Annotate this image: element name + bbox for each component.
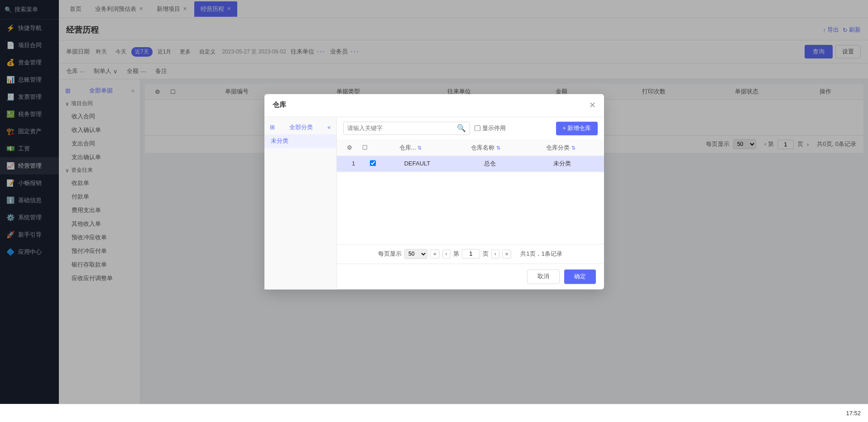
modal-page-suffix: 页: [483, 250, 489, 258]
row-check-0[interactable]: [365, 160, 381, 167]
code-sort-icon[interactable]: ⇅: [417, 145, 422, 150]
name-sort-icon[interactable]: ⇅: [496, 145, 500, 150]
show-disabled-toggle[interactable]: 显示停用: [475, 124, 506, 132]
taskbar-right: 17:52: [846, 410, 861, 417]
modal-left-item-0[interactable]: 未分类: [264, 134, 336, 148]
modal-left-header[interactable]: ⊞ 全部分类 «: [264, 121, 336, 134]
modal-first-page[interactable]: «: [430, 249, 440, 258]
modal-col-check[interactable]: ☐: [357, 144, 373, 151]
modal-col-code: 仓库... ⇅: [373, 144, 448, 152]
modal-left-panel: ⊞ 全部分类 « 未分类: [264, 117, 337, 289]
modal-per-page-select[interactable]: 50100: [404, 249, 427, 259]
modal-page-label: 第: [453, 250, 459, 258]
modal-last-page[interactable]: »: [502, 249, 512, 258]
modal-close-button[interactable]: ✕: [589, 100, 596, 110]
modal-header: 仓库 ✕: [264, 94, 604, 117]
modal-footer: 取消 确定: [337, 263, 604, 289]
modal-table-header: ⚙ ☐ 仓库... ⇅ 仓库名称 ⇅ 仓库分类 ⇅: [337, 140, 604, 156]
taskbar-time: 17:52: [846, 410, 861, 417]
modal-right-panel: 🔍 显示停用 + 新增仓库 ⚙ ☐ 仓库... ⇅: [337, 117, 604, 289]
modal-title: 仓库: [273, 101, 286, 109]
modal-col-name: 仓库名称 ⇅: [448, 144, 523, 152]
modal-col-settings[interactable]: ⚙: [342, 144, 357, 151]
cat-sort-icon[interactable]: ⇅: [571, 145, 575, 150]
modal-search-input[interactable]: [347, 125, 455, 131]
row-cat-0: 未分类: [526, 160, 599, 168]
modal-table-row-0[interactable]: 1 DEFAULT 总仓 未分类: [337, 156, 604, 172]
modal-search-wrap[interactable]: 🔍: [343, 121, 470, 135]
row-code-0: DEFAULT: [381, 160, 454, 167]
warehouse-modal: 仓库 ✕ ⊞ 全部分类 « 未分类 🔍 显示停用 +: [264, 94, 604, 289]
add-warehouse-button[interactable]: + 新增仓库: [556, 121, 597, 135]
taskbar: 17:52: [0, 404, 868, 422]
modal-all-icon: ⊞: [270, 124, 275, 131]
modal-body: ⊞ 全部分类 « 未分类 🔍 显示停用 + 新增仓库: [264, 117, 604, 289]
show-disabled-label: 显示停用: [482, 124, 506, 132]
cancel-button[interactable]: 取消: [527, 269, 560, 284]
modal-page-input[interactable]: [462, 249, 480, 258]
modal-per-page-label: 每页显示: [378, 250, 402, 258]
modal-total-info: 共1页，1条记录: [520, 250, 562, 258]
row-name-0: 总仓: [454, 160, 526, 168]
modal-next-page[interactable]: ›: [491, 249, 499, 258]
modal-pagination: 每页显示 50100 « ‹ 第 页 › » 共1页，1条记录: [337, 244, 604, 263]
confirm-button[interactable]: 确定: [564, 269, 596, 284]
modal-col-cat: 仓库分类 ⇅: [523, 144, 599, 152]
search-icon: 🔍: [457, 124, 466, 132]
show-disabled-checkbox[interactable]: [475, 125, 480, 131]
modal-all-label: 全部分类: [289, 123, 313, 131]
modal-table: ⚙ ☐ 仓库... ⇅ 仓库名称 ⇅ 仓库分类 ⇅ 1: [337, 140, 604, 244]
modal-left-collapse[interactable]: «: [327, 124, 331, 131]
row-num-0: 1: [342, 160, 365, 167]
modal-prev-page[interactable]: ‹: [442, 249, 451, 258]
modal-toolbar: 🔍 显示停用 + 新增仓库: [337, 117, 604, 140]
